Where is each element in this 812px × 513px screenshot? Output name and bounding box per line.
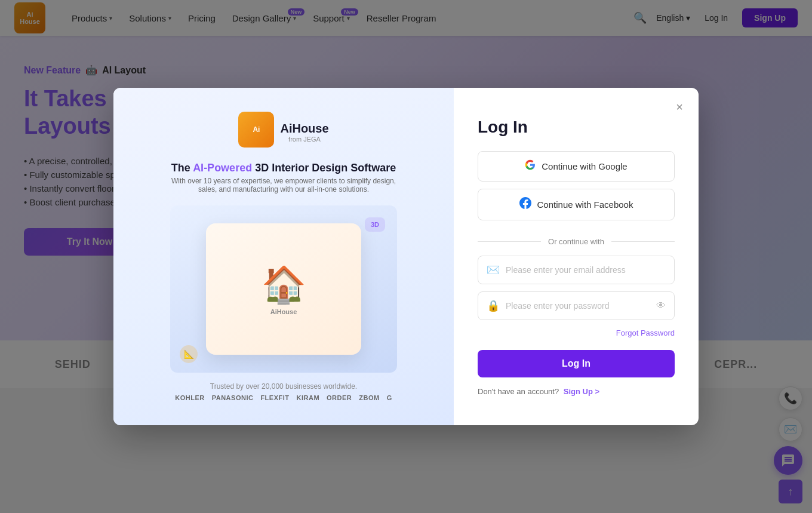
modal-right-panel: × Log In Continue with Google Continue w… xyxy=(454,88,699,388)
divider-text: Or continue with xyxy=(548,237,604,246)
modal-title: Log In xyxy=(478,118,675,137)
login-modal: Ai AiHouse from JEGA The AI-Powered 3D I… xyxy=(113,88,699,388)
google-icon xyxy=(525,159,536,173)
forgot-password-row: Forgot Password xyxy=(478,327,675,338)
modal-desc: With over 10 years of expertise, we empo… xyxy=(170,177,397,193)
login-submit-button[interactable]: Log In xyxy=(478,350,675,377)
forgot-password-link[interactable]: Forgot Password xyxy=(616,328,675,337)
password-input-wrapper: 🔒 👁 xyxy=(478,291,675,320)
lock-icon: 🔒 xyxy=(487,299,500,312)
facebook-icon xyxy=(519,197,531,212)
modal-3d-visual: 🏠 AiHouse 3D 📐 xyxy=(170,205,397,373)
divider-line-right xyxy=(611,241,675,242)
email-input[interactable] xyxy=(506,265,666,275)
password-input[interactable] xyxy=(506,301,653,311)
modal-logo: Ai AiHouse from JEGA xyxy=(238,112,328,152)
signup-row: Don't have an account? Sign Up > xyxy=(478,387,675,389)
modal-left-panel: Ai AiHouse from JEGA The AI-Powered 3D I… xyxy=(113,88,454,388)
google-login-button[interactable]: Continue with Google xyxy=(478,151,675,182)
email-icon: ✉️ xyxy=(487,263,500,277)
eye-toggle-icon[interactable]: 👁 xyxy=(656,300,666,311)
facebook-login-button[interactable]: Continue with Facebook xyxy=(478,189,675,220)
modal-overlay: Ai AiHouse from JEGA The AI-Powered 3D I… xyxy=(0,0,812,388)
modal-logo-sub: from JEGA xyxy=(280,136,328,143)
modal-close-button[interactable]: × xyxy=(670,97,689,116)
divider-line-left xyxy=(478,241,541,242)
signup-redirect-link[interactable]: Sign Up > xyxy=(564,387,599,389)
modal-subtitle: The AI-Powered 3D Interior Design Softwa… xyxy=(171,162,396,174)
modal-logo-icon: Ai xyxy=(238,112,274,148)
divider: Or continue with xyxy=(478,237,675,246)
modal-logo-text: AiHouse xyxy=(280,122,328,136)
email-input-wrapper: ✉️ xyxy=(478,256,675,284)
house-visual: 🏠 AiHouse xyxy=(206,223,361,355)
trusted-text: Trusted by over 20,000 businesses worldw… xyxy=(210,382,357,388)
